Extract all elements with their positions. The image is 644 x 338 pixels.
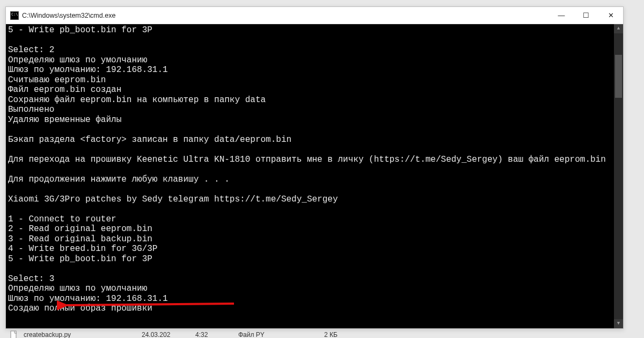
explorer-row-behind: createbackup.py 24.03.202 4:32 Файл PY 2…	[10, 330, 338, 338]
scroll-thumb[interactable]	[615, 55, 622, 98]
python-file-icon	[10, 330, 18, 338]
scroll-down-icon[interactable]: ▼	[614, 319, 623, 328]
scroll-up-icon[interactable]: ▲	[614, 24, 623, 33]
svg-rect-4	[11, 331, 16, 338]
window-title: C:\Windows\system32\cmd.exe	[22, 12, 549, 19]
console-area[interactable]: 5 - Write pb_boot.bin for 3P Select: 2 О…	[6, 24, 623, 328]
vertical-scrollbar[interactable]: ▲ ▼	[614, 24, 623, 328]
window-controls: — ☐ ✕	[549, 7, 623, 24]
file-date: 24.03.202	[142, 331, 190, 338]
file-name: createbackup.py	[24, 331, 136, 338]
file-size: 2 КБ	[324, 331, 338, 338]
file-type: Файл PY	[238, 331, 319, 338]
cmd-icon	[10, 11, 19, 20]
file-time: 4:32	[195, 331, 233, 338]
minimize-button[interactable]: —	[549, 7, 574, 24]
title-bar[interactable]: C:\Windows\system32\cmd.exe — ☐ ✕	[6, 7, 623, 24]
console-output: 5 - Write pb_boot.bin for 3P Select: 2 О…	[8, 25, 621, 314]
maximize-button[interactable]: ☐	[574, 7, 598, 24]
cmd-window: C:\Windows\system32\cmd.exe — ☐ ✕ 5 - Wr…	[5, 6, 624, 329]
scroll-track[interactable]	[614, 33, 623, 319]
close-button[interactable]: ✕	[598, 7, 623, 24]
